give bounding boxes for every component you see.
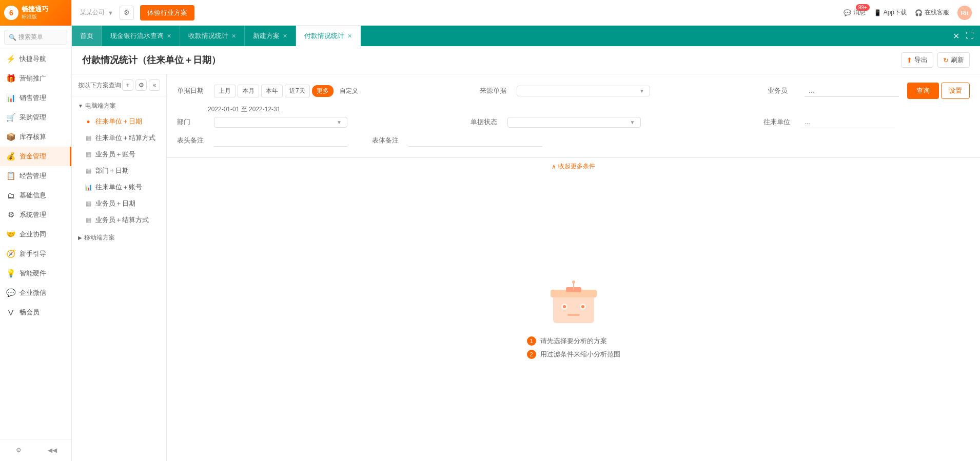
sidebar-item-system[interactable]: ⚙ 系统管理 <box>0 205 71 225</box>
dept-select[interactable]: ▼ <box>214 117 347 128</box>
sidebar-collapse-button[interactable]: ◀◀ <box>38 444 68 457</box>
scheme-item-partner-date[interactable]: ● 往来单位＋日期 <box>72 113 166 130</box>
sidebar-item-label: 经营管理 <box>19 171 46 181</box>
partner-input[interactable] <box>800 116 895 128</box>
header-note-input[interactable] <box>214 134 347 147</box>
scheme-item-label: 往来单位＋账号 <box>95 183 142 192</box>
filter-row-3: 表头备注 表体备注 <box>177 134 970 147</box>
date-this-year-btn[interactable]: 本年 <box>261 85 283 97</box>
tab-payments[interactable]: 付款情况统计 ✕ <box>296 26 361 46</box>
sidebar-item-guide[interactable]: 🧭 新手引导 <box>0 244 71 264</box>
main-area: 某某公司 ▼ ⚙ 体验行业方案 💬 消息 99+ 📱 App下载 🎧 在线客服 … <box>72 0 980 461</box>
sidebar-item-quicknav[interactable]: ⚡ 快捷导航 <box>0 49 71 69</box>
scheme-group-mobile-title[interactable]: ▶ 移动端方案 <box>72 230 166 245</box>
scheme-item-salesman-settlement[interactable]: ▦ 业务员＋结算方式 <box>72 212 166 228</box>
sidebar-brand: 畅捷通巧 标准版 <box>22 5 48 21</box>
guide-icon: 🧭 <box>6 249 15 258</box>
sidebar-item-hardware[interactable]: 💡 智能硬件 <box>0 264 71 283</box>
avatar[interactable]: Rit <box>957 6 972 20</box>
doc-status-select[interactable]: ▼ <box>507 117 641 128</box>
scheme-panel: 按以下方案查询 + ⚙ « ▼ 电脑端方案 ● 往来单位＋日期 <box>72 74 167 461</box>
trial-btn[interactable]: 体验行业方案 <box>140 5 194 21</box>
sidebar-item-marketing[interactable]: 🎁 营销推广 <box>0 69 71 88</box>
scheme-item-partner-settlement[interactable]: ▦ 往来单位＋结算方式 <box>72 130 166 146</box>
topbar-settings-button[interactable]: ⚙ <box>120 6 134 20</box>
hardware-icon: 💡 <box>6 269 15 278</box>
tabbar: 首页 现金银行流水查询 ✕ 收款情况统计 ✕ 新建方案 ✕ 付款情况统计 ✕ ✕… <box>72 26 980 46</box>
date-last-month-btn[interactable]: 上月 <box>214 85 236 97</box>
scheme-settings-button[interactable]: ⚙ <box>135 79 147 91</box>
sidebar-footer: ⚙ ◀◀ <box>0 439 71 461</box>
sidebar-item-member[interactable]: V 畅会员 <box>0 303 71 322</box>
notification-button[interactable]: 💬 消息 99+ <box>844 8 866 17</box>
sidebar-item-enterprise[interactable]: 🤝 企业协同 <box>0 225 71 244</box>
svg-rect-7 <box>567 314 580 316</box>
search-menu-button[interactable]: 🔍 搜索菜单 <box>4 30 67 45</box>
collapse-conditions-btn[interactable]: ∧ 收起更多条件 <box>167 157 980 175</box>
add-scheme-button[interactable]: + <box>122 79 133 91</box>
sidebar-nav: ⚡ 快捷导航 🎁 营销推广 📊 销售管理 🛒 采购管理 📦 库存核算 💰 资金管… <box>0 49 71 439</box>
body-note-input[interactable] <box>409 134 542 147</box>
app-download-button[interactable]: 📱 App下载 <box>874 8 907 17</box>
scheme-collapse-button[interactable]: « <box>149 79 160 91</box>
empty-svg-icon <box>543 277 604 328</box>
app-download-label: App下载 <box>884 8 907 17</box>
empty-illustration <box>543 277 604 328</box>
tab-payments-close[interactable]: ✕ <box>347 33 352 39</box>
source-doc-arrow-icon: ▼ <box>639 88 644 94</box>
sidebar-settings-button[interactable]: ⚙ <box>4 444 34 457</box>
sidebar-item-inventory[interactable]: 📦 库存核算 <box>0 127 71 147</box>
tab-home[interactable]: 首页 <box>72 26 102 46</box>
refresh-label: 刷新 <box>951 55 964 65</box>
partner-label: 往来单位 <box>763 117 792 127</box>
page-actions: ⬆ 导出 ↻ 刷新 <box>901 52 970 68</box>
radio-active-icon: ● <box>84 117 92 126</box>
filter-area: 单据日期 上月 本月 本年 近7天 更多 自定义 来源单据 <box>167 74 980 157</box>
tab-new-scheme-close[interactable]: ✕ <box>283 33 287 39</box>
tab-receipts[interactable]: 收款情况统计 ✕ <box>180 26 245 46</box>
service-button[interactable]: 🎧 在线客服 <box>915 8 949 17</box>
svg-rect-0 <box>553 295 594 323</box>
company-selector[interactable]: 某某公司 ▼ <box>80 8 113 17</box>
sidebar-item-label: 采购管理 <box>19 113 46 122</box>
query-button[interactable]: 查询 <box>907 83 939 99</box>
sidebar-item-purchase[interactable]: 🛒 采购管理 <box>0 108 71 127</box>
scheme-group-desktop-title[interactable]: ▼ 电脑端方案 <box>72 98 166 113</box>
tab-bank-close[interactable]: ✕ <box>167 33 171 39</box>
date-7days-btn[interactable]: 近7天 <box>285 85 310 97</box>
sidebar-item-basic[interactable]: 🗂 基础信息 <box>0 186 71 205</box>
export-button[interactable]: ⬆ 导出 <box>901 52 933 68</box>
logo-icon: 6 <box>4 6 18 20</box>
purchase-icon: 🛒 <box>6 113 15 122</box>
filter-settings-button[interactable]: 设置 <box>941 83 970 99</box>
scheme-item-partner-account[interactable]: 📊 往来单位＋账号 <box>72 179 166 195</box>
scheme-group-label: 电脑端方案 <box>85 102 116 110</box>
sidebar-item-finance[interactable]: 💰 资金管理 <box>0 147 71 166</box>
sidebar-search-section: 🔍 搜索菜单 <box>0 26 71 49</box>
sidebar-item-wechat[interactable]: 💬 企业微信 <box>0 283 71 303</box>
doc-status-label: 单据状态 <box>471 117 499 127</box>
empty-tips: 1 请先选择要分析的方案 2 用过滤条件来缩小分析范围 <box>527 336 620 359</box>
date-this-month-btn[interactable]: 本月 <box>238 85 259 97</box>
tab-bank[interactable]: 现金银行流水查询 ✕ <box>102 26 180 46</box>
expand-tab-button[interactable]: ⛶ <box>964 29 976 43</box>
settings-icon: ⚙ <box>124 9 130 16</box>
date-more-btn[interactable]: 更多 <box>312 85 334 97</box>
scheme-item-salesman-date[interactable]: ▦ 业务员＋日期 <box>72 195 166 212</box>
doc-status-arrow-icon: ▼ <box>630 119 635 125</box>
tab-new-scheme[interactable]: 新建方案 ✕ <box>245 26 296 46</box>
enterprise-icon: 🤝 <box>6 230 15 239</box>
scheme-item-dept-date[interactable]: ▦ 部门＋日期 <box>72 163 166 179</box>
tab-receipts-close[interactable]: ✕ <box>231 33 236 39</box>
tab-receipts-label: 收款情况统计 <box>188 31 228 41</box>
source-doc-select[interactable]: ▼ <box>517 86 650 96</box>
sidebar-item-operations[interactable]: 📋 经营管理 <box>0 166 71 186</box>
close-all-tabs-button[interactable]: ✕ <box>951 29 962 43</box>
notification-badge: 99+ <box>856 4 870 11</box>
salesman-input[interactable] <box>805 85 899 97</box>
date-custom-btn[interactable]: 自定义 <box>336 85 362 97</box>
scheme-item-salesman-account[interactable]: ▦ 业务员＋账号 <box>72 146 166 163</box>
sidebar-item-sales[interactable]: 📊 销售管理 <box>0 88 71 108</box>
chevron-right-icon: ▶ <box>78 235 82 240</box>
refresh-button[interactable]: ↻ 刷新 <box>937 52 970 68</box>
